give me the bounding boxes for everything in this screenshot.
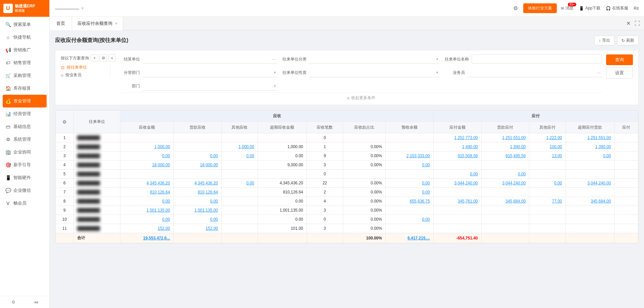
sidebar-item-inventory[interactable]: 🏠 库存核算: [0, 82, 49, 95]
table-cell[interactable]: 915,508.56: [433, 151, 481, 161]
refresh-button[interactable]: ↻ 刷新: [617, 36, 639, 45]
partner-nature-select[interactable]: ▾: [309, 68, 440, 77]
table-cell[interactable]: 0.00: [173, 151, 221, 161]
table-cell[interactable]: 3,044,240.00: [566, 179, 614, 188]
sidebar-item-hardware[interactable]: 📱 智能硬件: [0, 171, 49, 184]
table-cell[interactable]: 345,761.00: [433, 197, 481, 206]
table-cell[interactable]: 1,000.00: [120, 142, 173, 151]
table-cell[interactable]: 2,153,333.00: [385, 151, 433, 161]
table-cell[interactable]: 0.00: [566, 151, 614, 161]
table-cell[interactable]: 915,495.56: [481, 151, 529, 161]
settings-icon[interactable]: ⚙: [513, 5, 518, 11]
service-label: 在线客服: [612, 5, 628, 11]
table-cell[interactable]: 152.00: [120, 224, 173, 233]
table-cell[interactable]: 0.00: [481, 170, 529, 179]
tab-close-icon[interactable]: ×: [115, 21, 117, 26]
summary-recv-total[interactable]: 19,553,472,6...: [120, 233, 173, 243]
sidebar-item-finance[interactable]: 💰 资金管理: [3, 95, 47, 107]
sidebar-item-member[interactable]: Ⅴ 畅会员: [0, 197, 49, 210]
table-cell[interactable]: 0.00: [120, 197, 173, 206]
table-cell[interactable]: 655,636.75: [385, 197, 433, 206]
table-cell[interactable]: 0.00: [173, 215, 221, 224]
tab-home[interactable]: 首页: [50, 17, 72, 30]
table-cell[interactable]: 18,000.00: [120, 161, 173, 170]
table-cell[interactable]: 1,252,773.00: [433, 133, 481, 142]
table-cell[interactable]: 1,251,551.00: [481, 133, 529, 142]
sidebar-collapse-btn[interactable]: ⏮: [26, 300, 46, 305]
table-cell[interactable]: 77.00: [529, 197, 566, 206]
sidebar-item-guide[interactable]: 🎯 新手引导: [0, 159, 49, 171]
sidebar-item-sales[interactable]: 🏷 销售管理: [0, 56, 49, 69]
tab-active[interactable]: 应收应付余额查询 ×: [72, 17, 123, 30]
collapse-more-btn[interactable]: ∧ 收起更多条件: [120, 92, 602, 101]
table-cell[interactable]: 4,345,436.20: [173, 179, 221, 188]
table-cell[interactable]: 4,345,436.20: [120, 179, 173, 188]
table-cell[interactable]: 1,390.00: [566, 142, 614, 151]
table-row: 5████████00.000.00: [56, 170, 638, 179]
sidebar-item-quicknav[interactable]: ⌂ 快捷导航: [0, 31, 49, 44]
settings-scheme-btn[interactable]: ⚙: [100, 54, 107, 62]
sidebar-item-operations[interactable]: 📊 经营管理: [0, 107, 49, 120]
sidebar-item-enterprise[interactable]: 🏢 企业协同: [0, 146, 49, 159]
tab-close-window-icon[interactable]: ✕: [625, 19, 632, 28]
salesperson-input[interactable]: ···: [468, 68, 602, 77]
table-cell[interactable]: 0.00: [173, 197, 221, 206]
sidebar-item-marketing[interactable]: 📢 营销推广: [0, 44, 49, 56]
table-cell[interactable]: 1,001,135.00: [120, 206, 173, 215]
table-cell[interactable]: 0.00: [385, 188, 433, 197]
table-cell[interactable]: 1,222.00: [529, 133, 566, 142]
table-cell[interactable]: 345,684.00: [481, 197, 529, 206]
table-cell[interactable]: 0.00: [529, 179, 566, 188]
partner-name-input[interactable]: [472, 54, 602, 64]
table-cell[interactable]: 810,126.64: [120, 188, 173, 197]
table-cell[interactable]: 0.00: [385, 179, 433, 188]
table-cell[interactable]: 810,126.64: [173, 188, 221, 197]
settlement-unit-input[interactable]: ···: [143, 54, 277, 64]
table-cell[interactable]: 0.00: [120, 215, 173, 224]
table-cell[interactable]: 345,684.00: [566, 197, 614, 206]
dept-manager-select[interactable]: ▾: [143, 68, 277, 77]
sidebar-item-purchase[interactable]: 🛒 采购管理: [0, 69, 49, 82]
sidebar-item-wechat[interactable]: 💬 企业微信: [0, 184, 49, 197]
table-cell[interactable]: 152.00: [173, 224, 221, 233]
partner-category-select[interactable]: ▾: [309, 54, 440, 64]
table-cell[interactable]: 3,044,240.00: [433, 179, 481, 188]
table-cell[interactable]: 0.00: [433, 170, 481, 179]
export-button[interactable]: ↑ 导出: [594, 36, 614, 45]
table-cell[interactable]: 18,000.00: [173, 161, 221, 170]
table-cell[interactable]: 1,001,135.00: [173, 206, 221, 215]
table-cell[interactable]: 13.00: [529, 151, 566, 161]
summary-recv-prepay[interactable]: 6,417,215....: [385, 233, 433, 243]
sidebar-item-system[interactable]: ⚙ 系统管理: [0, 133, 49, 146]
sidebar-item-search[interactable]: 🔍 搜索菜单: [0, 18, 49, 31]
solution-button[interactable]: 体验行业方案: [523, 3, 557, 13]
online-service-button[interactable]: 🎧 在线客服: [606, 5, 628, 11]
table-cell[interactable]: 0.00: [221, 179, 258, 188]
add-scheme-btn[interactable]: +: [91, 54, 98, 62]
table-cell[interactable]: 1,251,551.00: [566, 133, 614, 142]
col-settings-icon[interactable]: ⚙: [56, 111, 74, 133]
query-button[interactable]: 查询: [606, 54, 633, 65]
col-pay-overdue: 超期应付货款: [566, 122, 614, 133]
messages-button[interactable]: ✉ 消息 99+: [561, 5, 574, 11]
table-gear-icon[interactable]: ⚙: [62, 119, 67, 125]
mode-by-unit[interactable]: ⊙ 按往来单位: [61, 64, 105, 70]
sidebar-settings-btn[interactable]: ⚙: [3, 300, 23, 305]
mode-by-staff[interactable]: ○ 按业务员: [61, 72, 105, 78]
table-cell[interactable]: 1,390.00: [481, 142, 529, 151]
dept-select[interactable]: ▾: [143, 81, 277, 91]
user-menu[interactable]: Rit: [634, 6, 639, 11]
sidebar-item-basic[interactable]: 🗃 基础信息: [0, 120, 49, 133]
table-cell[interactable]: 0.00: [385, 161, 433, 170]
table-cell[interactable]: 1,000.00: [221, 142, 258, 151]
table-cell[interactable]: 100.00: [529, 142, 566, 151]
tab-maximize-icon[interactable]: ⛶: [633, 19, 641, 28]
table-cell[interactable]: 0.00: [385, 215, 433, 224]
table-cell[interactable]: 0.00: [120, 151, 173, 161]
collapse-scheme-btn[interactable]: «: [108, 54, 116, 62]
setting-button[interactable]: 设置: [606, 67, 633, 79]
table-cell[interactable]: 0.00: [221, 151, 258, 161]
table-cell[interactable]: 3,044,240.00: [481, 179, 529, 188]
table-cell[interactable]: 1,490.00: [433, 142, 481, 151]
app-download-button[interactable]: 📱 App下载: [579, 5, 600, 11]
